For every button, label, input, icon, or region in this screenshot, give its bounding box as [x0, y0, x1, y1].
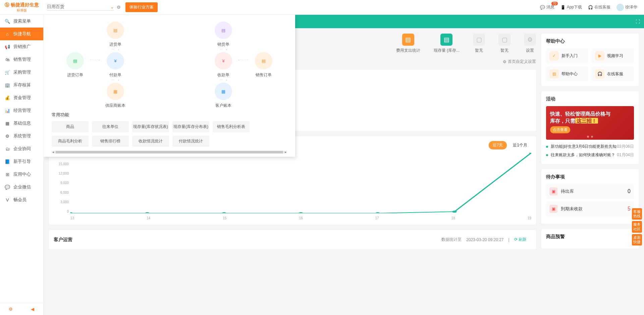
message-badge: 70 [551, 2, 558, 5]
sidebar-item-operation[interactable]: 📊经营管理 [0, 104, 43, 117]
help-item-1[interactable]: ▶视频学习 [592, 48, 634, 63]
chevron-down-icon: ⌄ [110, 4, 114, 9]
fullscreen-icon[interactable]: ⛶ [636, 19, 640, 24]
topicon-expense[interactable]: ▤费用支出统计 [396, 34, 420, 53]
quicknav-icon: ⌂ [5, 31, 10, 37]
gear-icon[interactable]: ⚙ [117, 5, 121, 10]
common-fn-3[interactable]: 现存量(库存分布表) [172, 121, 209, 132]
sidebar-collapse-button[interactable]: ◀ [22, 303, 44, 315]
flyout-scrollbar[interactable]: ◂ ▸ [52, 151, 287, 153]
sidebar-item-quicknav[interactable]: ⌂快捷导航 [0, 28, 43, 40]
arrow-right-icon: ·····› [89, 58, 102, 62]
todo-card: 待办事项 ▣待出库0▣到期未收款5 [541, 169, 639, 224]
sidebar-item-apps[interactable]: ⊞应用中心 [0, 168, 43, 181]
common-fn-8[interactable]: 付款情况统计 [172, 136, 209, 147]
sidebar-item-marketing[interactable]: 📢营销推广 [0, 40, 43, 53]
todo-icon: ▣ [549, 205, 557, 213]
avatar [616, 4, 624, 11]
help-item-3[interactable]: 🎧在线客服 [592, 66, 634, 81]
sidebar-item-collab[interactable]: 🗂企业协同 [0, 142, 43, 155]
flow-sales-bill[interactable]: ▤销货单 [210, 21, 237, 47]
float-community-button[interactable]: 服务社区 [632, 221, 642, 232]
flow-receipt-bill[interactable]: ¥收款单 [210, 52, 237, 78]
inventory-icon: 🏢 [5, 82, 10, 88]
promo-cta-button[interactable]: 点击查看 [550, 126, 570, 133]
sidebar-settings-button[interactable]: ⚙ [0, 303, 22, 315]
topicon-stock[interactable]: ▤现存量 (库存... [434, 34, 460, 53]
sidebar-item-basic[interactable]: ▦基础信息 [0, 117, 43, 130]
scroll-right-icon[interactable]: ▸ [285, 150, 286, 154]
sidebar-item-search[interactable]: 🔍搜索菜单 [0, 15, 43, 28]
common-fn-7[interactable]: 收款情况统计 [132, 136, 169, 147]
arrow-down-icon: ⁝˅ [219, 78, 228, 83]
promo-banner[interactable]: 快速、轻松管理商品价格与 库存，只需这三招！ 点击查看 [546, 106, 634, 140]
sidebar-item-wecom[interactable]: 💬企业微信 [0, 181, 43, 193]
common-fn-1[interactable]: 往来单位 [92, 121, 129, 132]
sidebar-item-guide[interactable]: 📘新手引导 [0, 155, 43, 168]
flow-purchase-order[interactable]: ▤进货订单 [62, 52, 89, 78]
topicon-empty2[interactable]: ▢暂无 [498, 34, 511, 53]
sidebar-item-system[interactable]: ⚙系统管理 [0, 130, 43, 142]
online-service-button[interactable]: 🎧在线客服 [588, 4, 610, 10]
phone-icon: 📱 [560, 5, 566, 10]
todo-item-0[interactable]: ▣待出库0 [546, 184, 634, 199]
doc-icon: ▤ [215, 21, 232, 39]
empty1-icon: ▢ [473, 34, 485, 46]
common-fn-2[interactable]: 现存量(库存状况表) [132, 121, 169, 132]
collab-icon: 🗂 [5, 146, 10, 151]
apps-icon: ⊞ [5, 172, 10, 177]
carousel-dots[interactable] [587, 136, 593, 138]
float-hotline-button[interactable]: 客服热线 [632, 208, 642, 220]
try-industry-button[interactable]: 体验行业方案 [125, 2, 158, 12]
stock-icon: ▤ [440, 34, 452, 46]
message-icon: 💬 [540, 5, 545, 10]
help-icon: 🎧 [595, 69, 604, 79]
arrow-down-icon: ⁝˅ [219, 47, 228, 52]
floating-help-buttons: 客服热线 服务社区 桌面快捷 [632, 208, 642, 245]
sidebar-item-sales[interactable]: 🛍销售管理 [0, 53, 43, 66]
arrow-left-icon: ‹····· [237, 58, 250, 62]
scroll-left-icon[interactable]: ◂ [52, 150, 54, 154]
chart-tab-7d[interactable]: 近7天 [489, 141, 507, 149]
member-icon: V [5, 197, 10, 203]
chart-tab-1m[interactable]: 近1个月 [509, 141, 531, 149]
headset-icon: 🎧 [588, 5, 593, 10]
money-icon: ¥ [107, 52, 124, 70]
category-select[interactable]: 日用百货 ⌄ [47, 4, 114, 11]
common-fn-0[interactable]: 商品 [52, 121, 89, 132]
help-item-0[interactable]: ✓新手入门 [546, 48, 588, 63]
customize-homepage-link[interactable]: ⚙首页自定义设置 [503, 59, 536, 64]
svg-point-4 [375, 212, 380, 213]
bullet-icon [546, 146, 548, 148]
news-item-0[interactable]: 新功能|好生意3月6日功能更新抢先知03月06日 [546, 142, 634, 151]
help-item-2[interactable]: ▤帮助中心 [546, 66, 588, 81]
common-fn-6[interactable]: 销售排行榜 [92, 136, 129, 147]
gear-icon: ⚙ [9, 307, 13, 312]
operation-icon: 📊 [5, 108, 10, 113]
topicon-settings[interactable]: ⚙设置 [524, 34, 536, 53]
arrow-down-icon: ⁝˅ [111, 47, 120, 52]
refresh-button[interactable]: ⟳ 刷新 [514, 237, 527, 242]
flow-sales-order[interactable]: ▤销售订单 [250, 52, 277, 78]
flow-supplier-ledger[interactable]: ▦供应商账本 [102, 83, 129, 108]
user-menu[interactable]: 徐泽华 [616, 4, 637, 11]
sidebar-item-member[interactable]: V畅会员 [0, 193, 43, 206]
app-download-button[interactable]: 📱App下载 [560, 4, 582, 10]
sidebar-item-funds[interactable]: 💰资金管理 [0, 91, 43, 104]
sidebar-item-inventory[interactable]: 🏢库存核算 [0, 79, 43, 91]
y-axis-ticks: 18,00015,00012,0009,0006,0003,0000 [54, 153, 69, 213]
customer-operation-card: 客户运营 数据统计至2023-03-20 09:20:27 | ⟳ 刷新 [49, 230, 536, 249]
news-item-1[interactable]: 往来账款太多，如何快速准确对账？01月04日 [546, 151, 634, 159]
messages-button[interactable]: 💬消息 70 [540, 4, 554, 10]
flow-purchase-bill[interactable]: ▤进货单 [102, 21, 129, 47]
common-fn-5[interactable]: 商品毛利分析 [52, 136, 89, 147]
svg-point-0 [70, 212, 73, 213]
flow-customer-ledger[interactable]: ▦客户账本 [210, 83, 237, 108]
topicon-empty1[interactable]: ▢暂无 [473, 34, 485, 53]
flow-payment-bill[interactable]: ¥付款单 [102, 52, 129, 78]
todo-item-1[interactable]: ▣到期未收款5 [546, 201, 634, 216]
svg-point-3 [299, 212, 303, 213]
sidebar-item-purchase[interactable]: 🛒采购管理 [0, 66, 43, 79]
common-fn-4[interactable]: 销售毛利分析表 [213, 121, 250, 132]
float-shortcut-button[interactable]: 桌面快捷 [632, 234, 642, 245]
